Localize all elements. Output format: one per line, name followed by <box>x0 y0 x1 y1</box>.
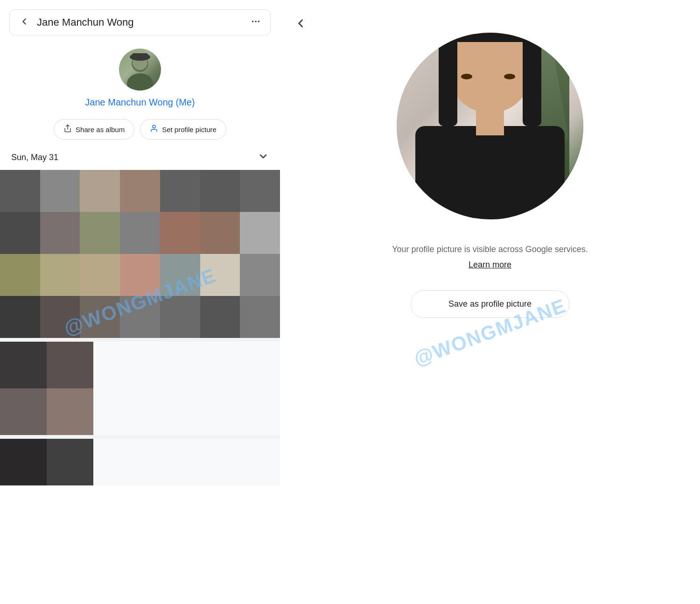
top-bar-left: Jane Manchun Wong <box>19 16 134 28</box>
third-small-grid <box>0 439 93 485</box>
photo-cell[interactable] <box>80 212 120 254</box>
photo-cell[interactable] <box>160 296 200 338</box>
photo-cell[interactable] <box>0 170 40 212</box>
photo-cell[interactable] <box>80 254 120 296</box>
share-as-album-button[interactable]: Share as album <box>54 119 134 140</box>
photo-cell[interactable] <box>200 296 240 338</box>
grid-row-1 <box>0 170 280 212</box>
third-photo-group <box>0 439 280 485</box>
photo-cell[interactable] <box>200 254 240 296</box>
photo-cell[interactable] <box>40 170 80 212</box>
photo-cell[interactable] <box>0 296 40 338</box>
more-options-button[interactable] <box>251 16 261 28</box>
photo-cell[interactable] <box>120 212 160 254</box>
photo-cell[interactable] <box>240 212 280 254</box>
person-eye-left <box>461 74 472 79</box>
photo-cell[interactable] <box>240 296 280 338</box>
date-collapse-button[interactable] <box>258 151 269 164</box>
avatar-image <box>119 49 161 91</box>
photo-cell[interactable] <box>240 254 280 296</box>
photo-cell[interactable] <box>120 170 160 212</box>
set-profile-picture-label: Set profile picture <box>162 126 217 133</box>
photo-cell[interactable] <box>120 296 160 338</box>
back-button[interactable] <box>19 16 29 28</box>
person-face <box>448 33 532 112</box>
photo-cell[interactable] <box>160 212 200 254</box>
set-profile-picture-button[interactable]: Set profile picture <box>140 119 226 140</box>
photo-cell[interactable] <box>200 212 240 254</box>
second-photo-group <box>0 342 280 435</box>
svg-point-9 <box>153 125 155 128</box>
grid-row-3 <box>0 254 280 296</box>
save-profile-picture-button[interactable]: Save as profile picture <box>411 290 569 318</box>
share-as-album-label: Share as album <box>76 126 125 133</box>
person-hair-right <box>523 33 541 126</box>
person-eye-right <box>504 74 515 79</box>
date-label: Sun, May 31 <box>11 153 58 162</box>
profile-section: Jane Manchun Wong (Me) Share as album <box>0 49 280 170</box>
grid-row-4 <box>0 296 280 338</box>
profile-photo-image <box>397 33 583 219</box>
photo-cell[interactable] <box>40 296 80 338</box>
third-row-1 <box>0 439 93 485</box>
small-row-2 <box>0 388 93 435</box>
photo-cell[interactable] <box>80 296 120 338</box>
photo-cell[interactable] <box>40 254 80 296</box>
photo-cell[interactable] <box>160 254 200 296</box>
svg-rect-7 <box>132 53 148 60</box>
divider <box>0 338 280 342</box>
photo-cell[interactable] <box>200 170 240 212</box>
profile-icon <box>150 124 158 134</box>
small-row-1 <box>0 342 93 388</box>
photo-grid <box>0 170 280 338</box>
person-body <box>415 126 565 219</box>
photo-cell[interactable] <box>0 439 47 485</box>
share-icon <box>63 124 72 134</box>
action-buttons: Share as album Set profile picture <box>54 119 226 140</box>
grid-row-2 <box>0 212 280 254</box>
svg-point-2 <box>258 21 260 22</box>
right-panel: Your profile picture is visible across G… <box>280 0 700 604</box>
small-photo-grid <box>0 342 93 435</box>
learn-more-link[interactable]: Learn more <box>392 258 588 272</box>
divider-2 <box>0 435 280 439</box>
photo-cell[interactable] <box>240 170 280 212</box>
info-text: Your profile picture is visible across G… <box>392 245 588 254</box>
photo-cell[interactable] <box>120 254 160 296</box>
svg-point-1 <box>255 21 257 22</box>
photo-cell[interactable] <box>47 342 93 388</box>
top-bar: Jane Manchun Wong <box>9 9 271 35</box>
photo-cell[interactable] <box>47 439 93 485</box>
svg-point-0 <box>252 21 254 22</box>
profile-photo-large <box>397 33 583 219</box>
svg-point-4 <box>127 73 153 91</box>
avatar <box>119 49 161 91</box>
photo-cell[interactable] <box>0 254 40 296</box>
profile-info-text: Your profile picture is visible across G… <box>392 243 588 272</box>
photo-cell[interactable] <box>160 170 200 212</box>
date-section: Sun, May 31 <box>0 140 280 170</box>
empty-area <box>93 342 280 435</box>
empty-area-2 <box>93 439 280 485</box>
profile-name: Jane Manchun Wong (Me) <box>85 97 195 108</box>
photo-cell[interactable] <box>40 212 80 254</box>
top-bar-title: Jane Manchun Wong <box>37 16 134 28</box>
photo-cell[interactable] <box>0 388 47 435</box>
photo-cell[interactable] <box>0 342 47 388</box>
person-hair-left <box>439 33 457 126</box>
photo-cell[interactable] <box>80 170 120 212</box>
photo-cell[interactable] <box>0 212 40 254</box>
photo-cell[interactable] <box>47 388 93 435</box>
left-panel: Jane Manchun Wong Jane <box>0 0 280 604</box>
right-back-button[interactable] <box>294 17 307 33</box>
